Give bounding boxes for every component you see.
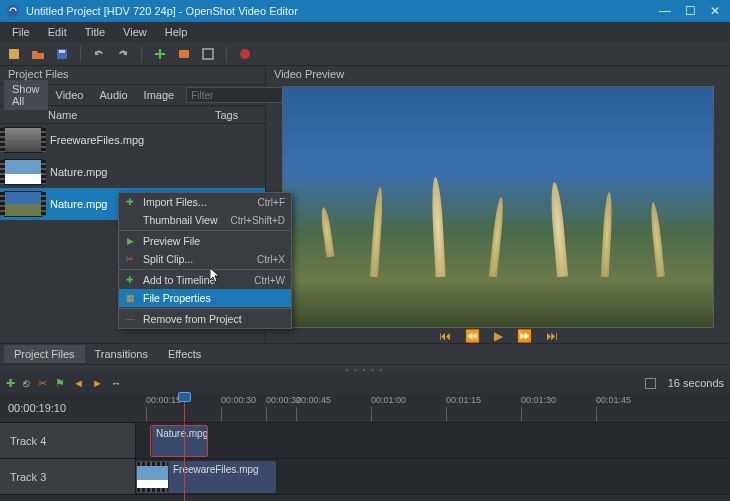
next-marker-icon[interactable]: ► <box>92 377 103 389</box>
add-track-icon[interactable]: ✚ <box>6 377 15 390</box>
menubar: File Edit Title View Help <box>0 22 730 42</box>
jump-start-icon[interactable]: ⏮ <box>439 329 451 343</box>
track-body[interactable]: FreewareFiles.mpg <box>136 459 730 494</box>
rewind-icon[interactable]: ⏪ <box>465 329 480 343</box>
filter-video[interactable]: Video <box>48 86 92 104</box>
timeline-clip[interactable]: Nature.mpg <box>150 425 208 457</box>
file-name: Nature.mpg <box>50 166 107 178</box>
timeline-clip[interactable]: FreewareFiles.mpg <box>136 461 276 493</box>
filter-image[interactable]: Image <box>136 86 183 104</box>
svg-point-8 <box>240 49 250 59</box>
maximize-button[interactable]: ☐ <box>685 4 696 18</box>
column-tags[interactable]: Tags <box>215 109 265 121</box>
menu-view[interactable]: View <box>115 24 155 40</box>
clip-thumbnail <box>151 426 152 456</box>
snap-icon[interactable]: ⎋ <box>23 377 30 389</box>
scissors-icon: ✂ <box>123 254 137 264</box>
menu-add-to-timeline[interactable]: ✚ Add to Timeline Ctrl+W <box>119 271 291 289</box>
splitter-handle[interactable]: • • • • • <box>0 365 730 373</box>
track-body[interactable]: Nature.mpg <box>136 423 730 458</box>
timeline-track: Track 3 FreewareFiles.mpg <box>0 459 730 495</box>
menu-file-properties[interactable]: ▦ File Properties <box>119 289 291 307</box>
svg-rect-7 <box>203 49 213 59</box>
ruler-tick: 00:00:30 <box>221 395 256 405</box>
app-icon <box>6 4 20 18</box>
video-preview-panel: Video Preview ⏮ ⏪ ▶ ⏩ ⏭ <box>266 66 730 343</box>
transport-controls: ⏮ ⏪ ▶ ⏩ ⏭ <box>266 328 730 343</box>
file-row[interactable]: FreewareFiles.mpg <box>0 124 265 156</box>
menu-split-clip[interactable]: ✂ Split Clip... Ctrl+X <box>119 250 291 268</box>
context-menu: ✚ Import Files... Ctrl+F Thumbnail View … <box>118 192 292 329</box>
marker-icon[interactable]: ⚑ <box>55 377 65 390</box>
timeline-ruler: 00:00:19:10 00:00:15 00:00:30 00:00:32 0… <box>0 393 730 423</box>
file-name: Nature.mpg <box>50 198 107 210</box>
open-project-icon[interactable] <box>30 46 46 62</box>
plus-icon: ✚ <box>123 275 137 285</box>
track-label[interactable]: Track 4 <box>0 423 136 458</box>
save-project-icon[interactable] <box>54 46 70 62</box>
plus-icon: ✚ <box>123 197 137 207</box>
file-thumbnail <box>4 127 42 153</box>
tab-effects[interactable]: Effects <box>158 345 211 363</box>
timeline-toolbar: ✚ ⎋ ✂ ⚑ ◄ ► ↔ 16 seconds <box>0 373 730 393</box>
redo-icon[interactable] <box>115 46 131 62</box>
import-files-icon[interactable] <box>152 46 168 62</box>
export-video-icon[interactable] <box>237 46 253 62</box>
minimize-button[interactable]: — <box>659 4 671 18</box>
playhead[interactable] <box>184 393 185 422</box>
duration-checkbox[interactable] <box>645 378 656 389</box>
timeline-track: Track 4 Nature.mpg <box>0 423 730 459</box>
svg-rect-6 <box>179 50 189 58</box>
close-button[interactable]: ✕ <box>710 4 720 18</box>
menu-file[interactable]: File <box>4 24 38 40</box>
file-row[interactable]: Nature.mpg <box>0 156 265 188</box>
playhead-line <box>184 423 185 501</box>
track-label[interactable]: Track 3 <box>0 459 136 494</box>
svg-rect-5 <box>155 53 165 55</box>
clip-thumbnail <box>137 462 169 492</box>
minus-icon: — <box>123 314 137 324</box>
video-preview-header: Video Preview <box>266 66 730 82</box>
razor-icon[interactable]: ✂ <box>38 377 47 390</box>
prev-marker-icon[interactable]: ◄ <box>73 377 84 389</box>
fullscreen-icon[interactable] <box>200 46 216 62</box>
center-playhead-icon[interactable]: ↔ <box>111 377 122 389</box>
filter-audio[interactable]: Audio <box>91 86 135 104</box>
menu-preview-file[interactable]: ▶ Preview File <box>119 232 291 250</box>
svg-rect-3 <box>59 50 65 53</box>
menu-help[interactable]: Help <box>157 24 196 40</box>
fast-forward-icon[interactable]: ⏩ <box>517 329 532 343</box>
tab-transitions[interactable]: Transitions <box>85 345 158 363</box>
ruler-tick: 00:00:15 <box>146 395 181 405</box>
svg-rect-1 <box>9 49 19 59</box>
ruler-tick: 00:01:00 <box>371 395 406 405</box>
window-title: Untitled Project [HDV 720 24p] - OpenSho… <box>26 5 659 17</box>
column-name[interactable]: Name <box>0 109 215 121</box>
profile-icon[interactable] <box>176 46 192 62</box>
menu-import-files[interactable]: ✚ Import Files... Ctrl+F <box>119 193 291 211</box>
ruler-tick: 00:01:30 <box>521 395 556 405</box>
menu-title[interactable]: Title <box>77 24 113 40</box>
new-project-icon[interactable] <box>6 46 22 62</box>
duration-label: 16 seconds <box>668 377 724 389</box>
undo-icon[interactable] <box>91 46 107 62</box>
properties-icon: ▦ <box>123 293 137 303</box>
play-icon: ▶ <box>123 236 137 246</box>
bottom-tabs: Project Files Transitions Effects <box>0 343 730 365</box>
main-toolbar <box>0 42 730 66</box>
file-thumbnail <box>4 191 42 217</box>
tab-project-files[interactable]: Project Files <box>4 345 85 363</box>
svg-point-0 <box>7 5 19 17</box>
menu-thumbnail-view[interactable]: Thumbnail View Ctrl+Shift+D <box>119 211 291 229</box>
file-thumbnail <box>4 159 42 185</box>
jump-end-icon[interactable]: ⏭ <box>546 329 558 343</box>
menu-edit[interactable]: Edit <box>40 24 75 40</box>
file-name: FreewareFiles.mpg <box>50 134 144 146</box>
ruler-tick: 00:01:45 <box>596 395 631 405</box>
ruler-tick: 00:00:45 <box>296 395 331 405</box>
ruler-ticks[interactable]: 00:00:15 00:00:30 00:00:32 00:00:45 00:0… <box>136 393 730 422</box>
play-icon[interactable]: ▶ <box>494 329 503 343</box>
video-preview-frame[interactable] <box>282 86 714 328</box>
timecode: 00:00:19:10 <box>8 402 66 414</box>
menu-remove-from-project[interactable]: — Remove from Project <box>119 310 291 328</box>
